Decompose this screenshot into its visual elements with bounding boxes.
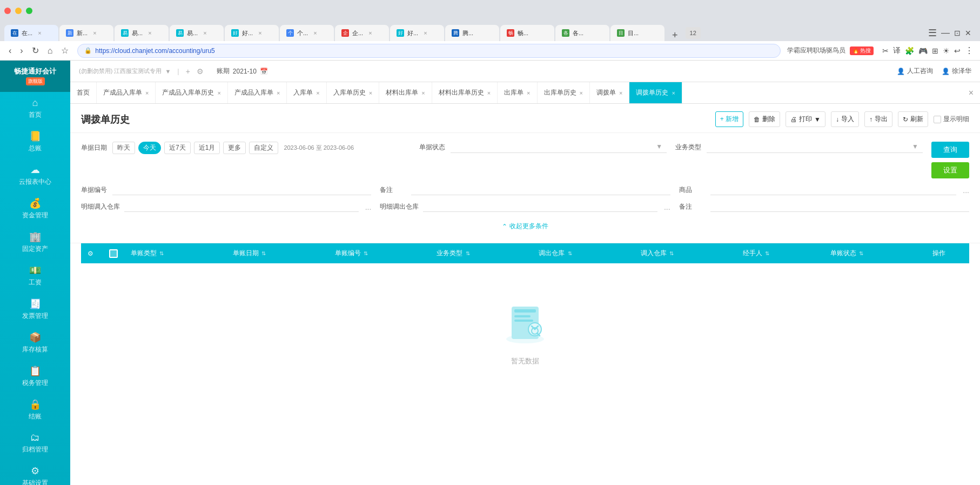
period-selector[interactable]: 账期 2021-10 📅 — [217, 67, 268, 76]
browser-tab-10[interactable]: 各 各... — [555, 25, 609, 41]
more-icon[interactable]: ⋮ — [965, 45, 974, 56]
tab-2-close[interactable]: × — [148, 30, 151, 36]
back-button[interactable]: ‹ — [6, 44, 14, 58]
sidebar-item-tax[interactable]: 📋 税务管理 — [0, 360, 70, 393]
filter-detail-out-dots-btn[interactable]: ... — [664, 203, 670, 211]
settings-gear-icon[interactable]: ⚙ — [197, 67, 204, 76]
window-maximize-btn[interactable] — [26, 8, 32, 14]
browser-tab-5[interactable]: 个 个... × — [280, 25, 334, 41]
delete-btn[interactable]: 🗑 删除 — [749, 111, 780, 127]
browser-tab-6[interactable]: 企 企... × — [335, 25, 389, 41]
nav-tab-6[interactable]: 入库单历史 × — [327, 82, 379, 104]
browser-tab-1[interactable]: 新 新... × — [59, 25, 113, 41]
table-col-status[interactable]: 单账状态 ⇅ — [824, 243, 926, 263]
nav-tab-8-close[interactable]: × — [487, 90, 491, 96]
service-btn[interactable]: 👤 人工咨询 — [897, 67, 933, 76]
sidebar-item-inventory[interactable]: 📦 库存核算 — [0, 326, 70, 360]
browser-tab-4[interactable]: 好 好... × — [225, 25, 279, 41]
nav-tab-10[interactable]: 出库单历史 × — [538, 82, 590, 104]
query-btn[interactable]: 查询 — [931, 142, 969, 158]
nav-tab-7[interactable]: 材料出库单 × — [379, 82, 432, 104]
filter-detail-in-input[interactable] — [124, 202, 359, 212]
table-col-checkbox[interactable] — [103, 243, 124, 263]
nav-tab-4[interactable]: 产成品入库单 × — [228, 82, 287, 104]
filter-goods-input[interactable] — [710, 185, 957, 195]
browser-tab-11[interactable]: 目 目... — [610, 25, 664, 41]
tab-7-close[interactable]: × — [424, 30, 427, 36]
export-btn[interactable]: ↑ 导出 — [864, 111, 892, 127]
select-all-checkbox[interactable] — [109, 249, 118, 258]
home-button[interactable]: ⌂ — [45, 44, 55, 58]
window-close-btn[interactable] — [4, 8, 11, 14]
sidebar-item-archive[interactable]: 🗂 归档管理 — [0, 427, 70, 460]
filter-detail-in-dots-btn[interactable]: ... — [365, 203, 372, 211]
brightness-icon[interactable]: ☀ — [943, 46, 950, 55]
nav-tab-2-close[interactable]: × — [145, 90, 149, 96]
user-menu[interactable]: 👤 徐泽华 — [942, 67, 971, 76]
table-col-settings[interactable]: ⚙ — [81, 243, 103, 263]
tab-1-close[interactable]: × — [93, 30, 96, 36]
nav-tab-home[interactable]: 首页 — [70, 82, 97, 104]
browser-menu-btn[interactable]: ☰ — [928, 27, 937, 39]
table-col-biz[interactable]: 业务类型 ⇅ — [430, 243, 532, 263]
browser-tab-2[interactable]: 易 易... × — [115, 25, 169, 41]
nav-tab-4-close[interactable]: × — [277, 90, 280, 96]
filter-detail-out-input[interactable] — [423, 202, 657, 212]
sidebar-item-assets[interactable]: 🏢 固定资产 — [0, 225, 70, 259]
filter-more-date-btn[interactable]: 更多 — [223, 142, 246, 154]
tab-6-close[interactable]: × — [368, 30, 372, 36]
refresh-button[interactable]: ↻ — [30, 43, 41, 58]
nav-tab-2[interactable]: 产成品入库单 × — [97, 82, 156, 104]
table-col-in[interactable]: 调入仓库 ⇅ — [634, 243, 736, 263]
filter-custom-btn[interactable]: 自定义 — [249, 142, 278, 154]
nav-tab-5[interactable]: 入库单 × — [287, 82, 326, 104]
filter-status-select[interactable]: ▼ — [451, 142, 667, 153]
window-minimize-btn[interactable] — [15, 8, 22, 14]
forward-button[interactable]: › — [18, 44, 25, 58]
undo-icon[interactable]: ↩ — [954, 46, 961, 55]
sidebar-item-funds[interactable]: 💰 资金管理 — [0, 192, 70, 225]
filter-goods-dots-btn[interactable]: ... — [963, 186, 969, 195]
import-btn[interactable]: ↓ 导入 — [831, 111, 859, 127]
scissors-icon[interactable]: ✂ — [882, 46, 889, 55]
filter-docno-input[interactable] — [112, 185, 371, 195]
filter-detail-note-input[interactable] — [710, 202, 969, 212]
nav-tab-7-close[interactable]: × — [421, 90, 425, 96]
filter-today-btn[interactable]: 今天 — [138, 142, 161, 154]
table-col-no[interactable]: 单账编号 ⇅ — [328, 243, 431, 263]
sidebar-item-invoice[interactable]: 🧾 发票管理 — [0, 293, 70, 326]
nav-tabs-close-btn[interactable]: × — [962, 88, 980, 98]
filter-yesterday-btn[interactable]: 昨天 — [112, 142, 135, 154]
tab-baidu-close[interactable]: × — [38, 30, 41, 36]
filter-collapse-btn[interactable]: ⌃ 收起更多条件 — [81, 218, 969, 234]
filter-note-input[interactable] — [411, 185, 670, 195]
sidebar-item-home[interactable]: ⌂ 首页 — [0, 92, 70, 125]
tab-5-close[interactable]: × — [313, 30, 317, 36]
game-icon[interactable]: 🎮 — [918, 46, 928, 55]
filter-1month-btn[interactable]: 近1月 — [194, 142, 220, 154]
sidebar-item-reports[interactable]: ☁ 云报表中心 — [0, 158, 70, 192]
address-input[interactable]: 🔒 https://cloud.chanjet.com/accounting/u… — [77, 44, 781, 58]
translate-icon[interactable]: 译 — [893, 46, 901, 56]
tab-4-close[interactable]: × — [258, 30, 261, 36]
nav-tab-11-close[interactable]: × — [619, 90, 622, 96]
browser-tab-8[interactable]: 腾 腾... — [445, 25, 499, 41]
table-col-handler[interactable]: 经手人 ⇅ — [736, 243, 824, 263]
new-btn[interactable]: + 新增 — [715, 111, 743, 127]
sidebar-item-ledger[interactable]: 📒 总账 — [0, 125, 70, 158]
filter-7days-btn[interactable]: 近7天 — [164, 142, 191, 154]
nav-tab-12-close[interactable]: × — [672, 90, 675, 96]
nav-tab-11[interactable]: 调拨单 × — [590, 82, 629, 104]
browser-tab-3[interactable]: 易 易... × — [170, 25, 224, 41]
table-col-date[interactable]: 单账日期 ⇅ — [226, 243, 328, 263]
browser-tab-7[interactable]: 好 好... × — [390, 25, 444, 41]
new-tab-btn[interactable]: + — [666, 30, 684, 41]
nav-tab-3[interactable]: 产成品入库单历史 × — [156, 82, 227, 104]
sidebar-item-wages[interactable]: 💵 工资 — [0, 259, 70, 293]
nav-tab-8[interactable]: 材料出库单历史 × — [432, 82, 498, 104]
nav-tab-5-close[interactable]: × — [316, 90, 319, 96]
browser-minimize-btn[interactable]: — — [941, 28, 950, 38]
nav-tab-3-close[interactable]: × — [217, 90, 220, 96]
company-selector[interactable]: (勿删勿禁用) 江西服宝测试专用 ▼ — [79, 67, 171, 75]
sidebar-item-settings[interactable]: ⚙ 基础设置 — [0, 460, 70, 485]
